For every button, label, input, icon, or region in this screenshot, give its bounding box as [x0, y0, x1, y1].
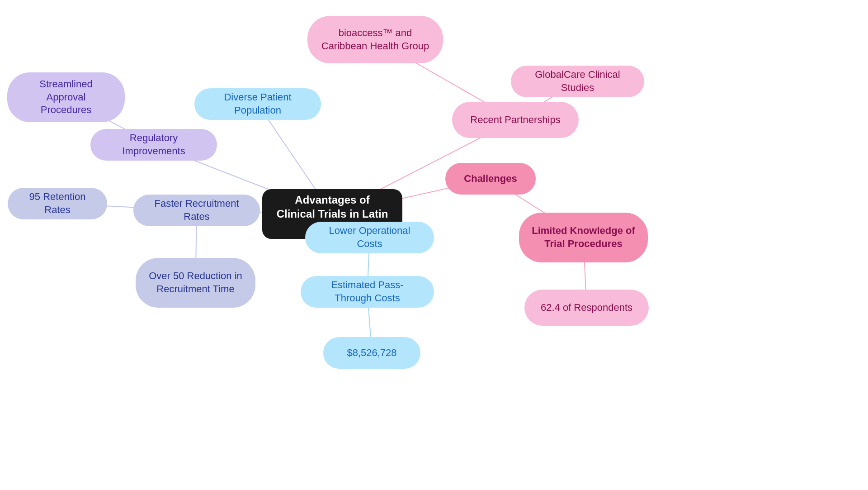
limited-knowledge-label: Limited Knowledge of Trial Procedures: [532, 224, 635, 250]
over50-node: Over 50 Reduction in Recruitment Time: [136, 258, 255, 308]
streamlined-node: Streamlined Approval Procedures: [7, 72, 125, 122]
pass-through-node: Estimated Pass-Through Costs: [301, 276, 434, 308]
streamlined-label: Streamlined Approval Procedures: [20, 78, 112, 117]
dollar-label: $8,526,728: [347, 347, 396, 360]
over50-label: Over 50 Reduction in Recruitment Time: [148, 270, 243, 295]
faster-recruitment-node: Faster Recruitment Rates: [133, 195, 260, 226]
faster-recruitment-label: Faster Recruitment Rates: [146, 197, 247, 223]
lower-costs-node: Lower Operational Costs: [305, 222, 434, 253]
regulatory-node: Regulatory Improvements: [90, 129, 217, 161]
dollar-node: $8,526,728: [323, 337, 420, 369]
retention-label: 95 Retention Rates: [20, 190, 94, 216]
respondents-node: 62.4 of Respondents: [524, 290, 649, 326]
recent-partnerships-node: Recent Partnerships: [452, 102, 579, 138]
globalcare-label: GlobalCare Clinical Studies: [524, 68, 632, 94]
diverse-patient-node: Diverse Patient Population: [194, 88, 321, 120]
challenges-node: Challenges: [445, 163, 536, 195]
regulatory-label: Regulatory Improvements: [103, 132, 204, 157]
bioaccess-node: bioaccess™ and Caribbean Health Group: [307, 16, 443, 63]
pass-through-label: Estimated Pass-Through Costs: [313, 279, 421, 304]
recent-partnerships-label: Recent Partnerships: [470, 114, 560, 127]
lower-costs-label: Lower Operational Costs: [318, 224, 421, 250]
challenges-label: Challenges: [464, 172, 517, 186]
limited-knowledge-node: Limited Knowledge of Trial Procedures: [519, 213, 648, 262]
bioaccess-label: bioaccess™ and Caribbean Health Group: [320, 27, 430, 52]
diverse-patient-label: Diverse Patient Population: [207, 91, 308, 117]
retention-node: 95 Retention Rates: [8, 188, 107, 219]
globalcare-node: GlobalCare Clinical Studies: [511, 66, 644, 97]
respondents-label: 62.4 of Respondents: [541, 301, 632, 314]
